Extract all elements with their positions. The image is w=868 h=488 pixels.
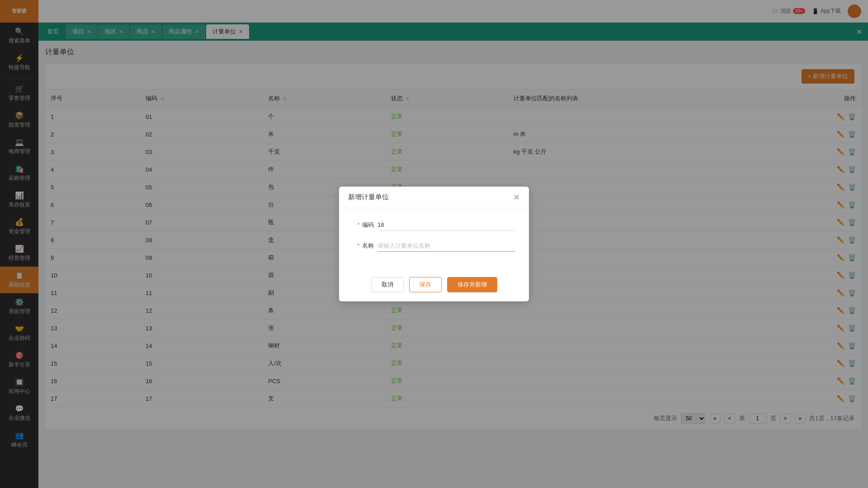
code-label-text: 编码	[362, 221, 374, 228]
name-required: *	[357, 242, 359, 249]
name-label: * 名称	[353, 242, 377, 250]
name-label-text: 名称	[362, 242, 374, 249]
modal-close-button[interactable]: ✕	[513, 193, 520, 202]
save-button[interactable]: 保存	[409, 277, 442, 292]
form-item-name: * 名称	[353, 240, 515, 252]
code-label: * 编码	[353, 221, 377, 229]
cancel-button[interactable]: 取消	[371, 277, 404, 292]
modal-footer: 取消 保存 保存并新增	[339, 272, 529, 301]
modal-body: * 编码 * 名称	[339, 208, 529, 272]
code-input[interactable]	[377, 219, 515, 231]
save-new-button[interactable]: 保存并新增	[447, 277, 497, 292]
modal-title: 新增计量单位	[348, 193, 389, 202]
name-input[interactable]	[377, 240, 515, 252]
modal-overlay[interactable]: 新增计量单位 ✕ * 编码 * 名称 取消 保存 保存并新增	[0, 0, 868, 488]
modal-header: 新增计量单位 ✕	[339, 187, 529, 208]
add-unit-modal: 新增计量单位 ✕ * 编码 * 名称 取消 保存 保存并新增	[339, 187, 529, 301]
code-required: *	[357, 221, 359, 228]
form-item-code: * 编码	[353, 219, 515, 231]
